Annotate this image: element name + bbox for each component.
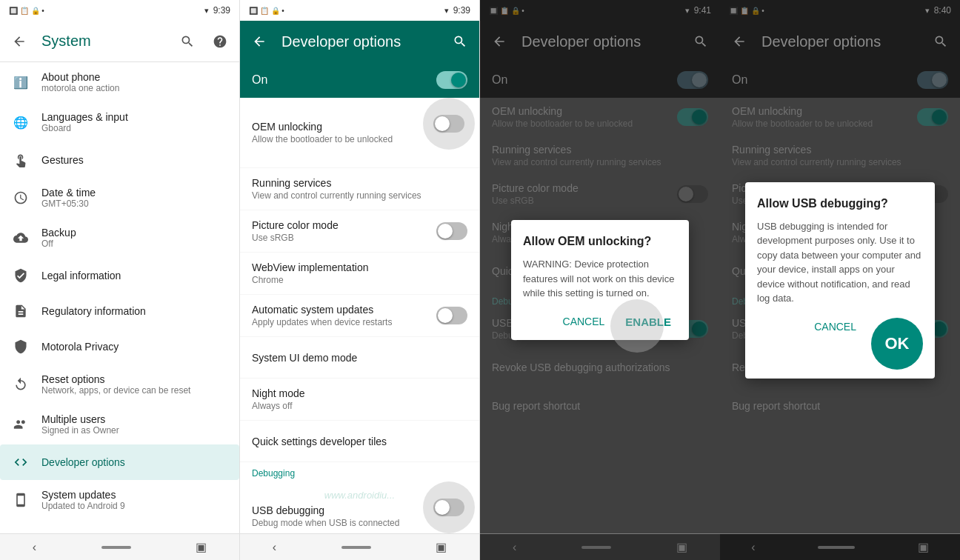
- sidebar-item-developer[interactable]: Developer options: [0, 444, 239, 480]
- users-subtitle: Signed in as Owner: [41, 425, 119, 436]
- oem-cancel-btn[interactable]: Cancel: [557, 313, 611, 331]
- about-subtitle: motorola one action: [41, 83, 119, 93]
- sidebar-item-about[interactable]: ℹ️ About phone motorola one action: [0, 62, 239, 102]
- reset-icon: [12, 376, 30, 393]
- usb-title-mid: USB debugging: [252, 504, 416, 516]
- color-mode-row[interactable]: Picture color mode Use sRGB: [240, 210, 479, 253]
- back-nav-icon[interactable]: ‹: [33, 541, 36, 554]
- usb-dialog-actions: Cancel OK: [757, 318, 923, 370]
- back-button-system[interactable]: [6, 28, 33, 55]
- reset-subtitle: Network, apps, or device can be reset: [41, 385, 190, 396]
- nav-bar-mid: ‹ ▣: [240, 533, 479, 560]
- running-services-row[interactable]: Running services View and control curren…: [240, 168, 479, 210]
- running-title: Running services: [252, 177, 467, 189]
- oem-unlocking-row[interactable]: OEM unlocking Allow the bootloader to be…: [240, 98, 479, 168]
- usb-toggle[interactable]: [433, 499, 464, 516]
- back-button-dev[interactable]: [246, 28, 273, 55]
- search-button-system[interactable]: [174, 28, 201, 55]
- autoupdate-row[interactable]: Automatic system updates Apply updates w…: [240, 295, 479, 337]
- regulatory-title: Regulatory information: [41, 305, 146, 317]
- recents-nav-mid[interactable]: ▣: [436, 540, 447, 554]
- toggle-thumb: [451, 73, 466, 87]
- developer-toggle[interactable]: [436, 71, 467, 89]
- developer-icon: [12, 453, 30, 471]
- sidebar-item-reset[interactable]: Reset options Network, apps, or device c…: [0, 364, 239, 404]
- regulatory-icon: [12, 302, 30, 320]
- sidebar-item-updates[interactable]: System updates Updated to Android 9: [0, 480, 239, 520]
- gestures-title: Gestures: [41, 154, 84, 166]
- sidebar-item-privacy[interactable]: Motorola Privacy: [0, 329, 239, 364]
- night-mode-row[interactable]: Night mode Always off: [240, 379, 479, 421]
- uidemo-row[interactable]: System UI demo mode: [240, 337, 479, 379]
- system-settings-panel: 🔲 📋 🔒 • ▾ 9:39 System ℹ️ About phone mot…: [0, 0, 240, 560]
- backup-subtitle: Off: [41, 239, 76, 249]
- status-icons-left: 🔲 📋 🔒 •: [9, 7, 44, 15]
- developer-options-title: Developer options: [281, 33, 441, 50]
- autoupdate-title: Automatic system updates: [252, 304, 436, 316]
- about-icon: ℹ️: [12, 73, 30, 91]
- backup-title: Backup: [41, 227, 76, 239]
- uidemo-title: System UI demo mode: [252, 352, 467, 364]
- recents-nav-icon[interactable]: ▣: [196, 540, 207, 554]
- running-subtitle: View and control currently running servi…: [252, 190, 467, 201]
- usb-dialog-overlay: Allow USB debugging? USB debugging is in…: [720, 0, 960, 560]
- usb-cancel-btn[interactable]: Cancel: [808, 318, 862, 370]
- color-title: Picture color mode: [252, 219, 436, 231]
- sidebar-item-backup[interactable]: Backup Off: [0, 218, 239, 258]
- enable-circle-highlight: [610, 299, 664, 353]
- nav-bar-left: ‹ ▣: [0, 533, 239, 560]
- gestures-icon: [12, 151, 30, 169]
- sidebar-item-gestures[interactable]: Gestures: [0, 142, 239, 178]
- time-left: 9:39: [213, 5, 230, 16]
- search-button-dev[interactable]: [447, 28, 473, 55]
- legal-title: Legal information: [41, 270, 121, 281]
- autoupdate-subtitle: Apply updates when device restarts: [252, 317, 436, 327]
- quicktiles-row[interactable]: Quick settings developer tiles: [240, 421, 479, 462]
- sidebar-item-users[interactable]: Multiple users Signed in as Owner: [0, 404, 239, 444]
- oem-title: OEM unlocking: [252, 121, 416, 133]
- time-mid: 9:39: [453, 5, 470, 16]
- night-title: Night mode: [252, 387, 467, 399]
- datetime-title: Date & time: [41, 187, 96, 199]
- help-button[interactable]: [207, 28, 233, 55]
- sidebar-item-datetime[interactable]: Date & time GMT+05:30: [0, 178, 239, 218]
- developer-title: Developer options: [41, 456, 125, 468]
- webview-row[interactable]: WebView implementation Chrome: [240, 253, 479, 295]
- oem-dialog-actions: Cancel Enable: [523, 313, 677, 331]
- on-toggle-header: On: [240, 62, 479, 98]
- sidebar-item-languages[interactable]: 🌐 Languages & input Gboard: [0, 102, 239, 142]
- ok-circle: OK: [871, 318, 923, 370]
- usb-subtitle-mid: Debug mode when USB is connected: [252, 518, 416, 528]
- sidebar-item-legal[interactable]: Legal information: [0, 258, 239, 293]
- usb-dialog-title: Allow USB debugging?: [757, 197, 923, 210]
- status-bar-mid: 🔲 📋 🔒 • ▾ 9:39: [240, 0, 479, 21]
- languages-title: Languages & input: [41, 111, 128, 123]
- legal-icon: [12, 267, 30, 284]
- oem-toggle[interactable]: [433, 115, 464, 133]
- home-pill[interactable]: [101, 546, 131, 549]
- updates-icon: [12, 491, 30, 509]
- privacy-title: Motorola Privacy: [41, 341, 119, 353]
- status-bar-left: 🔲 📋 🔒 • ▾ 9:39: [0, 0, 239, 21]
- home-pill-mid[interactable]: [341, 546, 371, 549]
- usb-debug-row[interactable]: USB debugging Debug mode when USB is con…: [240, 481, 479, 533]
- oem-dialog-body: WARNING: Device protection features will…: [523, 257, 677, 301]
- updates-title: System updates: [41, 489, 125, 501]
- languages-subtitle: Gboard: [41, 123, 128, 133]
- datetime-icon: [12, 189, 30, 207]
- sidebar-list: ℹ️ About phone motorola one action 🌐 Lan…: [0, 62, 239, 533]
- users-icon: [12, 416, 30, 433]
- ok-text: OK: [885, 334, 910, 353]
- on-label: On: [252, 73, 267, 87]
- back-nav-mid[interactable]: ‹: [273, 541, 276, 554]
- usb-dialog: Allow USB debugging? USB debugging is in…: [745, 182, 935, 379]
- color-subtitle: Use sRGB: [252, 233, 436, 243]
- autoupdate-toggle[interactable]: [436, 307, 467, 324]
- webview-subtitle: Chrome: [252, 275, 467, 285]
- datetime-subtitle: GMT+05:30: [41, 199, 96, 209]
- sidebar-item-regulatory[interactable]: Regulatory information: [0, 293, 239, 329]
- backup-icon: [12, 229, 30, 247]
- color-toggle[interactable]: [436, 222, 467, 240]
- wifi-icon-mid: ▾: [444, 6, 449, 16]
- appbar-system: System: [0, 21, 239, 62]
